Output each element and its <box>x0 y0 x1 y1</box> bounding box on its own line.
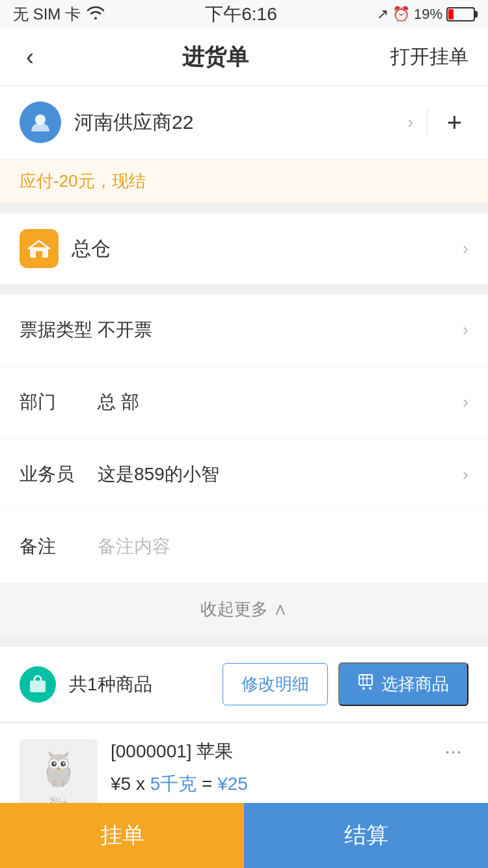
quantity: 5千克 <box>150 774 197 794</box>
unit-price: ¥5 <box>111 774 131 794</box>
supplier-divider <box>427 109 427 135</box>
warehouse-name: 总仓 <box>72 236 456 262</box>
checkout-button[interactable]: 结算 <box>244 803 488 868</box>
battery-percent: 19% <box>414 6 442 23</box>
product-icon <box>20 666 56 703</box>
department-label: 部门 <box>20 390 98 414</box>
svg-point-6 <box>369 687 372 690</box>
warehouse-icon <box>20 229 59 268</box>
location-icon: ↗ <box>377 6 388 23</box>
form-section: 票据类型 不开票 › 部门 总 部 › 业务员 这是859的小智 › 备注 备注… <box>0 294 488 582</box>
salesman-label: 业务员 <box>20 462 98 487</box>
alarm-icon: ⏰ <box>392 6 410 23</box>
edit-detail-button[interactable]: 修改明细 <box>223 663 328 705</box>
product-name: [0000001] 苹果 <box>111 739 425 764</box>
content: 河南供应商22 › + 应付-20元，现结 总仓 › 票据类型 不开票 › 部门… <box>0 86 488 868</box>
supplier-name: 河南供应商22 <box>74 109 401 136</box>
salesman-row[interactable]: 业务员 这是859的小智 › <box>0 439 488 511</box>
nav-title: 进货单 <box>182 42 249 72</box>
bottom-actions: 挂单 结算 <box>0 803 488 868</box>
status-right: ↗ ⏰ 19% <box>377 6 475 23</box>
svg-rect-4 <box>359 675 372 685</box>
remark-row[interactable]: 备注 备注内容 <box>0 511 488 582</box>
invoice-type-row[interactable]: 票据类型 不开票 › <box>0 294 488 366</box>
multiply-sign: x <box>136 774 150 794</box>
invoice-type-label: 票据类型 <box>20 318 98 342</box>
salesman-value: 这是859的小智 <box>98 462 456 487</box>
warehouse-chevron-icon: › <box>463 238 468 259</box>
carrier-label: 无 SIM 卡 <box>13 4 81 25</box>
owl-icon <box>36 747 81 800</box>
svg-rect-2 <box>36 251 42 258</box>
open-hang-button[interactable]: 打开挂单 <box>390 44 468 70</box>
department-chevron-icon: › <box>463 392 468 413</box>
svg-point-16 <box>54 762 56 764</box>
notice-bar: 应付-20元，现结 <box>0 159 488 203</box>
wifi-icon <box>86 5 105 23</box>
status-left: 无 SIM 卡 <box>13 4 105 25</box>
product-price: ¥5 x 5千克 = ¥25 <box>111 772 425 796</box>
product-info: [0000001] 苹果 ¥5 x 5千克 = ¥25 <box>111 739 425 796</box>
back-button[interactable]: ‹ <box>20 37 40 77</box>
status-time: 下午6:16 <box>205 2 277 27</box>
status-bar: 无 SIM 卡 下午6:16 ↗ ⏰ 19% <box>0 0 488 29</box>
nav-bar: ‹ 进货单 打开挂单 <box>0 29 488 86</box>
supplier-avatar <box>20 102 61 143</box>
product-header: 共1种商品 修改明细 选择商品 <box>0 647 488 722</box>
hang-button[interactable]: 挂单 <box>0 803 244 868</box>
warehouse-row[interactable]: 总仓 › <box>0 213 488 284</box>
equals-sign: = <box>202 774 217 794</box>
svg-point-17 <box>63 762 65 764</box>
svg-rect-3 <box>30 681 46 692</box>
salesman-chevron-icon: › <box>463 464 468 485</box>
remark-placeholder[interactable]: 备注内容 <box>98 534 468 559</box>
battery-icon <box>446 7 475 21</box>
department-row[interactable]: 部门 总 部 › <box>0 366 488 439</box>
invoice-type-chevron-icon: › <box>463 319 468 340</box>
product-more-button[interactable]: ··· <box>438 739 468 763</box>
collapse-bar[interactable]: 收起更多 ∧ <box>0 582 488 636</box>
product-count-label: 共1种商品 <box>69 672 223 697</box>
svg-point-5 <box>362 687 365 690</box>
product-title: 苹果 <box>197 741 233 761</box>
supplier-chevron-icon: › <box>407 112 413 133</box>
cart-icon <box>358 673 376 695</box>
select-product-button[interactable]: 选择商品 <box>338 662 468 706</box>
department-value: 总 部 <box>98 390 456 414</box>
product-total: ¥25 <box>217 774 248 794</box>
product-code: [0000001] <box>111 741 192 761</box>
invoice-type-value: 不开票 <box>98 318 456 342</box>
add-supplier-button[interactable]: + <box>441 108 468 137</box>
supplier-row[interactable]: 河南供应商22 › + <box>0 86 488 159</box>
remark-label: 备注 <box>20 534 98 559</box>
supplier-section: 河南供应商22 › + 应付-20元，现结 <box>0 86 488 203</box>
select-product-label: 选择商品 <box>381 673 449 696</box>
